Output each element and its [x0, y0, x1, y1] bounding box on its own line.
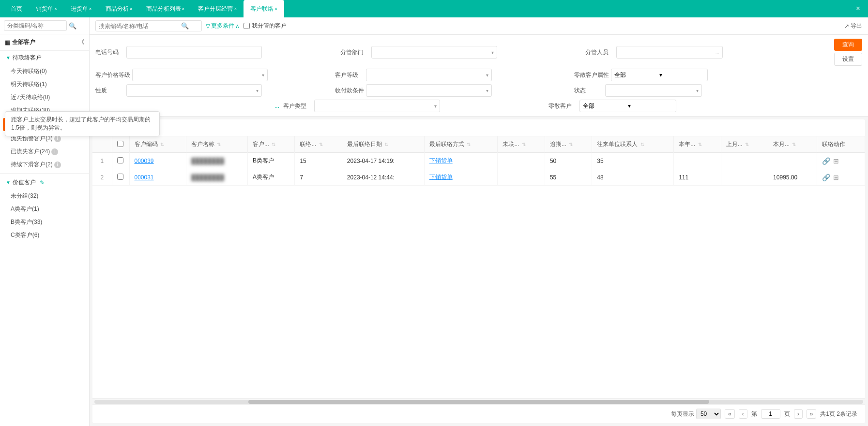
th-checkbox — [112, 136, 129, 153]
th-this-year[interactable]: 本年... ⇅ — [674, 136, 721, 153]
pending-contact-group: ▼ 待联络客户 今天待联络(0) 明天待联络(1) 近7天待联络(0) 逾期未联… — [0, 51, 89, 117]
price-grade-label: 客户价格等级 — [95, 71, 130, 79]
th-last-contact-method[interactable]: 最后联络方式 ⇅ — [424, 136, 498, 153]
customer-type-select[interactable]: ▾ — [314, 100, 440, 112]
customer-type-label: 客户类型 — [283, 102, 312, 110]
row-select-checkbox-1[interactable] — [117, 157, 123, 163]
row-contact-2: 7 — [295, 169, 342, 186]
value-customer-group-title[interactable]: ▼ 价值客户 ✎ — [0, 176, 89, 190]
pending-contact-group-title[interactable]: ▼ 待联络客户 — [0, 51, 89, 65]
sidebar-item-class-b[interactable]: B类客户(33) — [0, 216, 89, 229]
filter-icon: ▽ — [206, 23, 210, 29]
more-conditions-btn[interactable]: ▽ 更多条件 ∧ — [206, 22, 240, 30]
nav-product-analysis[interactable]: 商品分析 × — [99, 0, 139, 17]
nav-product-analysis-list[interactable]: 商品分析列表 × — [139, 0, 192, 17]
nav-sales-order-close[interactable]: × — [54, 6, 57, 12]
th-customer-code[interactable]: 客户编码 ⇅ — [129, 136, 186, 153]
th-overdue[interactable]: 逾期... ⇅ — [545, 136, 592, 153]
customer-code-link-1[interactable]: 000039 — [135, 158, 154, 164]
sidebar-item-churned[interactable]: 已流失客户(24) i — [0, 145, 89, 158]
search-icon[interactable]: 🔍 — [181, 22, 189, 29]
row-checkbox-2 — [112, 169, 129, 186]
tooltip-box: 距客户上次交易时长，超过了此客户的平均交易周期的1.5倍，则视为异常。 — [5, 111, 90, 136]
nav-purchase-order-close[interactable]: × — [89, 6, 92, 12]
th-customer-type[interactable]: 客户... ⇅ — [247, 136, 294, 153]
first-page-btn[interactable]: « — [725, 409, 735, 419]
filter-placeholder: ... — [95, 103, 279, 109]
row-action-1: 🔗 ⊞ — [817, 153, 865, 169]
settings-btn[interactable]: 设置 — [834, 53, 862, 66]
horizontal-scrollbar[interactable] — [92, 398, 865, 404]
customer-code-link-2[interactable]: 000031 — [135, 174, 154, 181]
payment-select[interactable]: ▾ — [366, 84, 492, 97]
info-icon-churned[interactable]: i — [51, 148, 58, 155]
phone-input[interactable] — [126, 46, 262, 59]
customer-grade-select[interactable]: ▾ — [366, 69, 492, 81]
sidebar-item-today-pending[interactable]: 今天待联络(0) — [0, 65, 89, 78]
sidebar-item-class-a[interactable]: A类客户(1) — [0, 203, 89, 216]
nav-purchase-order[interactable]: 进货单 × — [64, 0, 99, 17]
sidebar-item-week-pending[interactable]: 近7天待联络(0) — [0, 91, 89, 104]
nature-select[interactable]: ▾ — [126, 84, 262, 97]
th-last-month[interactable]: 上月... ⇅ — [721, 136, 768, 153]
page-input[interactable] — [761, 409, 780, 419]
sort-icon-pending: ⇅ — [522, 142, 526, 147]
sidebar-item-declining[interactable]: 持续下滑客户(2) i — [0, 158, 89, 171]
next-page-btn[interactable]: › — [794, 409, 803, 419]
query-btn[interactable]: 查询 — [834, 39, 862, 51]
content-area: 🔍 ▽ 更多条件 ∧ 我分管的客户 ↗ 导出 电话号码 — [90, 17, 868, 426]
value-customer-edit-icon[interactable]: ✎ — [40, 179, 45, 186]
table-wrapper[interactable]: 客户编码 ⇅ 客户名称 ⇅ 客户... ⇅ — [92, 136, 865, 398]
th-contact[interactable]: 联络... ⇅ — [295, 136, 342, 153]
last-method-link-2[interactable]: 下销货单 — [429, 174, 453, 180]
filter-phone: 电话号码 — [95, 46, 336, 59]
th-last-contact-date[interactable]: 最后联络日期 ⇅ — [342, 136, 424, 153]
my-customers-checkbox[interactable] — [244, 23, 250, 29]
row-select-checkbox-2[interactable] — [117, 174, 123, 180]
person-select[interactable]: ... — [616, 46, 723, 59]
more-fields-btn[interactable]: ... — [274, 103, 279, 109]
last-method-link-1[interactable]: 下销货单 — [429, 157, 453, 164]
scatter-customer-select[interactable]: 全部 ▾ — [579, 100, 676, 112]
action-link-icon-1[interactable]: 🔗 — [822, 157, 830, 165]
th-unit-contact[interactable]: 往来单位联系人 ⇅ — [592, 136, 674, 153]
nav-customer-segmentation-close[interactable]: × — [234, 6, 237, 12]
action-grid-icon-1[interactable]: ⊞ — [833, 157, 839, 165]
last-page-btn[interactable]: » — [807, 409, 817, 419]
th-pending[interactable]: 未联... ⇅ — [498, 136, 545, 153]
per-page-select[interactable]: 10 20 50 100 — [696, 409, 721, 419]
th-customer-name[interactable]: 客户名称 ⇅ — [186, 136, 247, 153]
export-btn[interactable]: ↗ 导出 — [844, 22, 862, 30]
info-icon-declining[interactable]: i — [54, 162, 61, 168]
sidebar-search-input[interactable] — [4, 20, 67, 31]
grid-icon: ▦ — [5, 39, 10, 46]
prev-page-btn[interactable]: ‹ — [739, 409, 747, 419]
nav-product-analysis-close[interactable]: × — [130, 6, 133, 12]
chevron-down-icon-2: ... — [716, 50, 719, 55]
window-close-btn[interactable]: × — [852, 4, 864, 13]
filter-row-1: 电话号码 分管部门 ▾ 分管人员 ... — [95, 39, 862, 66]
sidebar-search-icon[interactable]: 🔍 — [69, 22, 76, 29]
status-select[interactable]: ▾ — [605, 84, 702, 97]
nav-customer-contact-close[interactable]: × — [274, 6, 277, 12]
action-grid-icon-2[interactable]: ⊞ — [833, 174, 839, 181]
th-this-month[interactable]: 本月... ⇅ — [768, 136, 817, 153]
sidebar-item-tomorrow-pending[interactable]: 明天待联络(1) — [0, 78, 89, 91]
search-input[interactable] — [99, 23, 181, 29]
sidebar-collapse-btn[interactable]: 《 — [78, 38, 84, 46]
nav-customer-contact[interactable]: 客户联络 × — [244, 0, 284, 17]
dept-select[interactable]: ▾ — [371, 46, 497, 59]
filter-row-2: 客户价格等级 ▾ 客户等级 ▾ 零散客户属性 全部 — [95, 69, 862, 81]
scrollbar-thumb[interactable] — [248, 400, 710, 404]
nav-product-analysis-list-close[interactable]: × — [182, 6, 185, 12]
sidebar-item-class-c[interactable]: C类客户(6) — [0, 229, 89, 242]
nav-customer-segmentation[interactable]: 客户分层经营 × — [191, 0, 244, 17]
sidebar-item-ungrouped[interactable]: 未分组(32) — [0, 190, 89, 203]
scatter-attr-select[interactable]: 全部 ▾ — [611, 69, 708, 81]
price-grade-select[interactable]: ▾ — [132, 69, 268, 81]
row-this-year-1 — [674, 153, 721, 169]
action-link-icon-2[interactable]: 🔗 — [822, 174, 830, 181]
select-all-checkbox[interactable] — [117, 141, 123, 147]
nav-sales-order[interactable]: 销货单 × — [29, 0, 64, 17]
nav-home[interactable]: 首页 — [4, 0, 29, 17]
